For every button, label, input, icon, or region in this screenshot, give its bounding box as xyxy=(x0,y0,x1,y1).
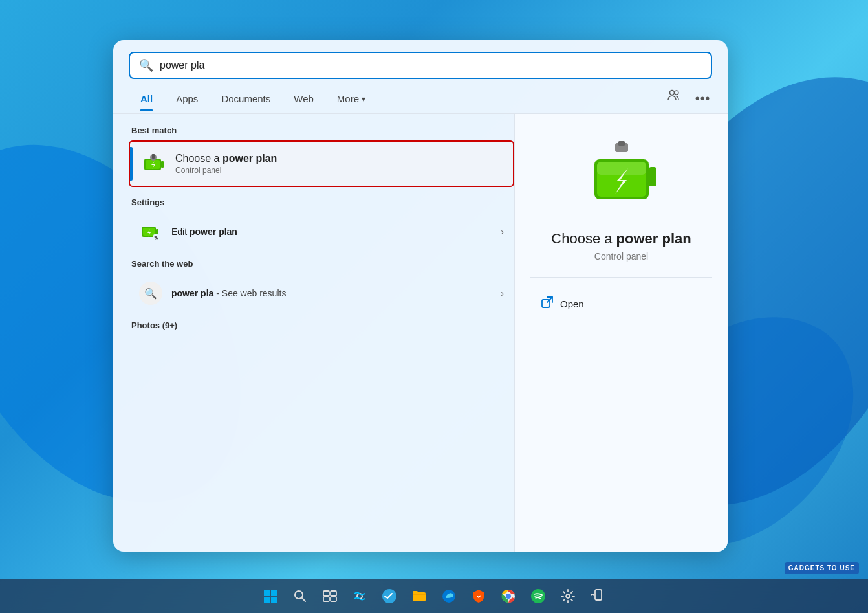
tabs-right xyxy=(664,85,712,113)
open-button[interactable]: Open xyxy=(530,288,712,320)
svg-rect-20 xyxy=(597,162,646,175)
settings-label: Settings xyxy=(129,197,514,207)
edit-power-plan-icon xyxy=(139,220,162,243)
svg-rect-29 xyxy=(323,597,329,601)
search-bar-container: 🔍 xyxy=(113,40,728,79)
tab-all[interactable]: All xyxy=(129,88,164,111)
detail-subtitle: Control panel xyxy=(594,251,648,262)
photos-label: Photos (9+) xyxy=(129,320,514,330)
svg-rect-16 xyxy=(618,141,625,146)
svg-rect-11 xyxy=(156,229,158,234)
watermark: GADGETS TO USE xyxy=(785,562,859,574)
svg-rect-18 xyxy=(649,167,656,186)
tab-web[interactable]: Web xyxy=(282,88,325,111)
taskbar-phone-link-button[interactable] xyxy=(585,583,611,609)
taskbar-spotify-button[interactable] xyxy=(525,583,551,609)
svg-rect-25 xyxy=(271,597,277,603)
svg-rect-41 xyxy=(596,599,598,600)
tab-documents[interactable]: Documents xyxy=(210,88,282,111)
right-panel: Choose a power plan Control panel Open xyxy=(514,114,728,552)
svg-rect-27 xyxy=(323,591,329,596)
svg-rect-28 xyxy=(331,591,336,596)
best-match-text: Choose a power plan Control panel xyxy=(175,153,277,175)
svg-point-4 xyxy=(706,97,710,100)
web-search-query: power pla - See web results xyxy=(171,288,286,298)
svg-point-39 xyxy=(566,594,570,598)
taskbar-edge-button[interactable] xyxy=(436,583,462,609)
edit-power-plan-text: Edit power plan xyxy=(171,227,237,237)
svg-rect-22 xyxy=(264,590,270,596)
left-panel: Best match xyxy=(113,114,514,552)
svg-point-37 xyxy=(506,594,511,599)
tabs-bar: All Apps Documents Web More ▾ xyxy=(113,79,728,114)
svg-point-3 xyxy=(701,97,704,100)
taskbar-search-button[interactable] xyxy=(287,583,313,609)
svg-rect-6 xyxy=(161,161,164,168)
chevron-down-icon: ▾ xyxy=(362,95,365,104)
web-label: Search the web xyxy=(129,259,514,269)
search-bar: 🔍 xyxy=(129,52,712,79)
web-search-icon: 🔍 xyxy=(139,282,162,305)
svg-point-0 xyxy=(670,91,675,95)
search-icon: 🔍 xyxy=(139,58,153,72)
taskbar-settings-button[interactable] xyxy=(555,583,581,609)
best-match-title: Choose a power plan xyxy=(175,153,277,164)
open-label: Open xyxy=(560,298,584,309)
svg-rect-9 xyxy=(152,154,155,159)
detail-title: Choose a power plan xyxy=(551,230,691,247)
taskbar-start-button[interactable] xyxy=(257,583,283,609)
best-match-item[interactable]: Choose a power plan Control panel xyxy=(129,140,514,187)
svg-rect-24 xyxy=(264,597,270,603)
search-panel: 🔍 All Apps Documents Web More ▾ xyxy=(113,40,728,552)
main-content: Best match xyxy=(113,114,728,552)
people-icon[interactable] xyxy=(664,85,684,108)
taskbar-file-explorer-button[interactable] xyxy=(406,583,432,609)
taskbar-telegram-button[interactable] xyxy=(376,583,402,609)
detail-power-plan-icon xyxy=(583,140,660,217)
edit-power-plan-title: Edit power plan xyxy=(171,227,237,237)
svg-point-2 xyxy=(696,97,699,100)
svg-point-1 xyxy=(675,91,678,95)
svg-rect-23 xyxy=(271,590,277,596)
taskbar-widgets-button[interactable] xyxy=(347,583,373,609)
tabs-left: All Apps Documents Web More ▾ xyxy=(129,88,377,111)
best-match-subtitle: Control panel xyxy=(175,166,277,175)
taskbar-brave-button[interactable] xyxy=(466,583,492,609)
open-icon xyxy=(541,296,554,312)
taskbar-chrome-button[interactable] xyxy=(495,583,521,609)
web-chevron-right-icon: › xyxy=(501,288,504,298)
svg-rect-33 xyxy=(413,592,426,601)
web-search-item[interactable]: 🔍 power pla - See web results › xyxy=(129,274,514,313)
power-plan-icon xyxy=(140,151,166,177)
search-input[interactable] xyxy=(160,60,702,71)
tab-apps[interactable]: Apps xyxy=(164,88,210,111)
tab-more[interactable]: More ▾ xyxy=(325,88,377,111)
chevron-right-icon: › xyxy=(501,227,504,237)
best-match-label: Best match xyxy=(129,126,514,135)
taskbar-task-view-button[interactable] xyxy=(317,583,343,609)
more-options-icon[interactable] xyxy=(693,87,712,106)
svg-rect-30 xyxy=(331,597,336,601)
svg-rect-34 xyxy=(413,591,418,594)
settings-item-edit-power[interactable]: Edit power plan › xyxy=(129,212,514,251)
svg-rect-40 xyxy=(595,590,602,600)
web-search-text: power pla - See web results xyxy=(171,288,286,298)
taskbar xyxy=(0,579,868,613)
detail-divider xyxy=(530,277,712,278)
